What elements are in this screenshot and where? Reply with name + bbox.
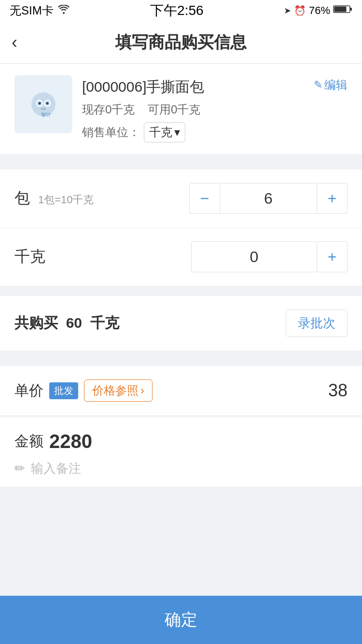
location-icon: ➤ [284,5,291,16]
product-card: 智计 [0000006]手撕面包 现存0千克 可用0千克 销售单位： 千克 ▾ … [0,64,362,154]
svg-point-9 [46,102,48,104]
battery-icon [333,4,352,17]
quantity-section: 包 1包=10千克 − + 千克 + [0,169,362,286]
confirm-button-text: 确定 [165,609,197,631]
total-text: 共购买 60 千克 [14,313,119,333]
svg-rect-2 [334,7,347,12]
unit-dropdown[interactable]: 千克 ▾ [144,122,185,142]
amount-label: 金额 [14,432,43,451]
increment-bao-button[interactable]: + [317,183,348,214]
quantity-hint: 1包=10千克 [38,194,94,206]
status-right: ➤ ⏰ 76% [284,4,352,17]
amount-row: 金额 2280 [14,431,348,452]
divider-1 [0,162,362,169]
svg-text:智计: 智计 [41,112,51,117]
product-name: [0000006]手撕面包 [82,77,304,97]
quantity-label-kg: 千克 [14,246,191,267]
amount-value: 2280 [49,431,92,452]
quantity-control-bao: − + [189,183,348,214]
divider-2 [0,288,362,296]
chevron-down-icon: ▾ [174,126,180,139]
quantity-control-kg: + [191,241,348,272]
nav-bar: ‹ 填写商品购买信息 [0,21,362,64]
svg-rect-1 [350,8,352,11]
content: 智计 [0000006]手撕面包 现存0千克 可用0千克 销售单位： 千克 ▾ … [0,64,362,596]
product-stock: 现存0千克 可用0千克 [82,102,304,117]
page-title: 填写商品购买信息 [115,31,247,54]
confirm-bar[interactable]: 确定 [0,596,362,644]
total-amount: 60 [66,315,82,331]
svg-point-8 [39,102,41,104]
batch-button[interactable]: 录批次 [286,309,348,337]
chevron-right-icon: › [140,384,144,397]
pencil-icon: ✏ [14,461,25,476]
edit-icon: ✎ [314,79,322,91]
total-section: 共购买 60 千克 录批次 [0,296,362,350]
status-time: 下午2:56 [150,1,204,20]
back-button[interactable]: ‹ [12,32,17,53]
price-section: 单价 批发 价格参照 › 38 [0,366,362,415]
battery-percent: 76% [309,4,330,17]
alarm-icon: ⏰ [294,5,306,16]
carrier-text: 无SIM卡 [10,3,54,18]
wifi-icon [57,4,70,17]
quantity-bao-input[interactable] [220,183,317,214]
quantity-label-bao: 包 1包=10千克 [14,188,189,209]
divider-3 [0,358,362,366]
product-image: 智计 [14,75,72,133]
edit-button[interactable]: ✎ 编辑 [314,77,348,93]
bottom-space [0,489,362,596]
price-value: 38 [328,380,348,401]
price-tag: 批发 [49,382,78,399]
price-label: 单价 批发 价格参照 › [14,379,153,402]
product-unit-row: 销售单位： 千克 ▾ [82,122,304,142]
remark-row[interactable]: ✏ 输入备注 [14,460,348,477]
increment-kg-button[interactable]: + [317,241,348,272]
quantity-row-bao: 包 1包=10千克 − + [0,169,362,228]
remark-placeholder: 输入备注 [31,460,81,477]
quantity-kg-input[interactable] [191,241,317,272]
price-reference-button[interactable]: 价格参照 › [84,379,153,402]
amount-section: 金额 2280 ✏ 输入备注 [0,417,362,487]
status-left: 无SIM卡 [10,3,70,18]
decrement-bao-button[interactable]: − [189,183,220,214]
product-info: [0000006]手撕面包 现存0千克 可用0千克 销售单位： 千克 ▾ [82,75,304,142]
status-bar: 无SIM卡 下午2:56 ➤ ⏰ 76% [0,0,362,21]
quantity-row-kg: 千克 + [0,228,362,286]
